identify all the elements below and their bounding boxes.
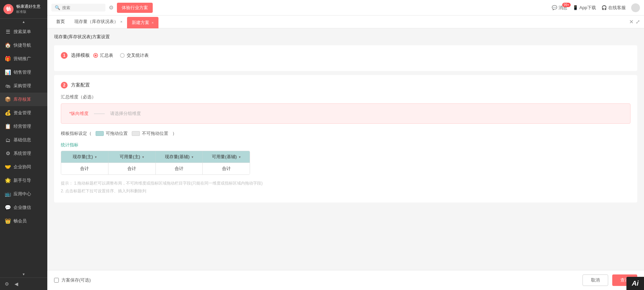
cell-0-2: 合计 — [156, 163, 203, 174]
sidebar-item-label: 基础信息 — [14, 137, 31, 143]
sidebar-item-label: 系统管理 — [14, 150, 31, 156]
sidebar-footer: ⚙ ◀ — [0, 277, 47, 290]
star-icon: 🌟 — [5, 177, 11, 184]
col-current-aux[interactable]: 现存量(基辅) ▾ — [156, 151, 203, 163]
sidebar-item-system[interactable]: ⚙ 系统管理 — [0, 147, 47, 160]
radio-cross-dot — [120, 53, 125, 58]
topbar-gear-icon[interactable]: ⚙ — [109, 4, 114, 11]
message-badge: 99+ — [562, 3, 571, 7]
message-button[interactable]: 💬 消息 99+ — [552, 5, 567, 11]
sidebar-item-purchase[interactable]: 🛍 采购管理 — [0, 79, 47, 93]
cancel-button[interactable]: 取消 — [583, 274, 608, 286]
collapse-icon[interactable]: ◀ — [15, 281, 18, 287]
radio-summary-dot — [93, 53, 98, 58]
sidebar-item-finance[interactable]: 💰 资金管理 — [0, 106, 47, 120]
col-available-main[interactable]: 可用量(主) ▾ — [108, 151, 156, 163]
stats-table: 现存量(主) ▾ 可用量(主) ▾ 现存量(基辅) ▾ 可用量(基辅) — [61, 151, 250, 175]
gear-icon: ⚙ — [5, 150, 11, 156]
sidebar-item-member[interactable]: 👑 畅会员 — [0, 214, 47, 228]
footer: 方案保存(可选) 取消 查询 — [47, 270, 644, 290]
user-avatar[interactable] — [631, 3, 640, 12]
sidebar-item-label: 库存核算 — [14, 96, 31, 102]
phone-icon: 📱 — [573, 5, 578, 10]
col-available-aux[interactable]: 可用量(基辅) ▾ — [203, 151, 250, 163]
section2-title: 方案配置 — [71, 82, 90, 88]
sidebar-item-inventory[interactable]: 📦 库存核算 — [0, 93, 47, 106]
legend-draggable-box — [96, 131, 104, 136]
search-input[interactable] — [62, 5, 102, 10]
tv-icon: 📺 — [5, 191, 11, 197]
sidebar-item-app-center[interactable]: 📺 应用中心 — [0, 187, 47, 201]
col-current-main-caret: ▾ — [95, 155, 97, 159]
expand-tab-button[interactable]: ⤢ — [636, 19, 640, 25]
section2-header: 2 方案配置 — [61, 82, 630, 89]
sidebar-item-guide[interactable]: 🌟 新手引导 — [0, 174, 47, 187]
tip-1: 2. 点击标题栏下拉可设置排序、插入列和删除列 — [61, 188, 630, 194]
sidebar-item-label: 快捷导航 — [14, 42, 31, 48]
col-current-aux-caret: ▾ — [192, 155, 193, 159]
avatar-image — [631, 3, 640, 12]
sidebar-item-label: 搜索菜单 — [14, 29, 31, 35]
app-edition: 标准版 — [16, 9, 41, 14]
tab-home-label: 首页 — [56, 19, 65, 25]
template-radio-group: 汇总表 交叉统计表 — [93, 52, 149, 58]
dim-placeholder: 请选择分组维度 — [110, 111, 141, 117]
legend-non-draggable: 不可拖动位置 — [132, 130, 168, 137]
tab-inventory-close[interactable]: × — [120, 20, 122, 24]
sidebar-item-operation[interactable]: 📋 经营管理 — [0, 120, 47, 133]
col-current-main[interactable]: 现存量(主) ▾ — [61, 151, 108, 163]
section2-num: 2 — [61, 82, 68, 89]
app-logo: 畅 畅康通好生意 标准版 — [0, 0, 47, 19]
sidebar-item-label: 新手引导 — [14, 177, 31, 184]
bag-icon: 🛍 — [5, 83, 11, 89]
sidebar-item-label: 采购管理 — [14, 83, 31, 89]
sidebar-item-corp-collab[interactable]: 🤝 企业协同 — [0, 160, 47, 174]
tab-home[interactable]: 首页 — [51, 16, 70, 28]
dim-field-label: *纵向维度 — [69, 111, 89, 117]
tab-new-scheme[interactable]: 新建方案 × — [127, 17, 158, 28]
settings-icon[interactable]: ⚙ — [5, 281, 9, 287]
col-available-main-label: 可用量(主) — [120, 154, 140, 160]
sidebar-scroll-down[interactable]: ▼ — [0, 271, 47, 277]
box-icon: 📦 — [5, 96, 11, 102]
online-service-label: 在线客服 — [608, 5, 626, 11]
col-current-main-label: 现存量(主) — [73, 154, 93, 160]
section1-num: 1 — [61, 52, 68, 59]
content-area: 现存量(库存状况表)方案设置 1 选择模板 汇总表 交叉统计表 — [47, 28, 644, 270]
radio-cross[interactable]: 交叉统计表 — [120, 52, 149, 58]
search-box[interactable]: 🔍 — [51, 4, 105, 11]
template-settings-prefix: 模板指标设定（ — [61, 130, 92, 137]
folder-icon: 🗂 — [5, 137, 11, 143]
trial-button[interactable]: 体验行业方案 — [117, 3, 153, 13]
gift-icon: 🎁 — [5, 56, 11, 62]
sidebar-item-label: 经营管理 — [14, 123, 31, 129]
section-config: 2 方案配置 汇总维度（必选） *纵向维度 —— 请选择分组维度 模板指标设定（… — [54, 75, 637, 202]
sidebar-item-sales[interactable]: 📊 销售管理 — [0, 66, 47, 79]
save-option: 方案保存(可选) — [54, 277, 91, 283]
tab-new-scheme-label: 新建方案 — [132, 20, 149, 26]
sidebar-item-marketing[interactable]: 🎁 营销推广 — [0, 52, 47, 66]
sidebar-item-nav[interactable]: 🏠 快捷导航 — [0, 39, 47, 52]
sidebar-item-basic-info[interactable]: 🗂 基础信息 — [0, 133, 47, 147]
save-label: 方案保存(可选) — [61, 277, 91, 283]
sidebar-scroll-up[interactable]: ▲ — [0, 19, 47, 25]
save-checkbox[interactable] — [54, 278, 59, 283]
online-service-button[interactable]: 🎧 在线客服 — [601, 5, 626, 11]
close-tab-button[interactable]: ✕ — [629, 19, 634, 25]
radio-summary[interactable]: 汇总表 — [93, 52, 113, 58]
tip-0: 提示： 1.拖动标题栏可以调整布局，不可跨维度或指标区域拖动栏目字段(只能在同一… — [61, 180, 630, 187]
search-menu-icon: ☰ — [5, 29, 11, 35]
ai-badge: Ai — [626, 277, 644, 290]
home-icon: 🏠 — [5, 42, 11, 48]
col-available-aux-caret: ▾ — [239, 155, 241, 159]
app-name: 畅康通好生意 — [16, 4, 41, 9]
tab-inventory[interactable]: 现存量（库存状况表） × — [70, 16, 127, 28]
app-download-button[interactable]: 📱 App下载 — [573, 5, 596, 11]
dimension-required-area[interactable]: *纵向维度 —— 请选择分组维度 — [61, 103, 630, 124]
tab-bar: 首页 现存量（库存状况表） × 新建方案 × ✕ ⤢ — [47, 16, 644, 28]
tab-new-scheme-close[interactable]: × — [151, 21, 153, 25]
col-current-aux-label: 现存量(基辅) — [165, 154, 190, 160]
sidebar-item-corp-wechat[interactable]: 💬 企业微信 — [0, 201, 47, 214]
sidebar: 畅 畅康通好生意 标准版 ▲ ☰ 搜索菜单 🏠 快捷导航 🎁 营销推广 📊 销售… — [0, 0, 47, 290]
sidebar-item-search[interactable]: ☰ 搜索菜单 — [0, 25, 47, 39]
